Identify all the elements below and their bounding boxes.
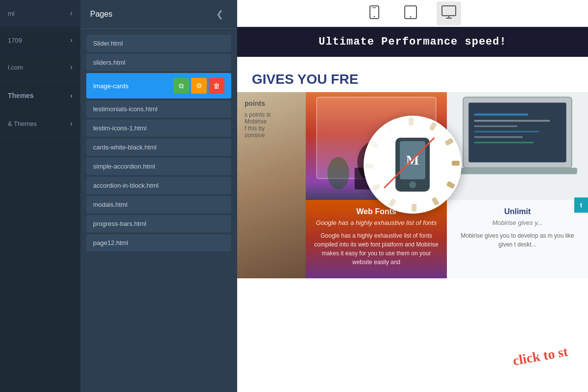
tablet-icon	[404, 5, 417, 19]
sidebar-item-1[interactable]: ml ›	[0, 0, 80, 27]
page-name: modals.html	[93, 201, 127, 208]
svg-rect-30	[412, 204, 416, 212]
card-col-left: points s points is Mobirise f this by oo…	[237, 92, 306, 278]
pages-close-button[interactable]: ❮	[212, 7, 227, 22]
svg-rect-17	[474, 114, 528, 116]
svg-rect-23	[458, 168, 577, 174]
sidebar: ml › 1709 › l.com › Themes › & Themes ›	[0, 0, 80, 392]
phone-home-button	[409, 181, 416, 188]
svg-point-12	[327, 157, 349, 189]
overlay-line-4: oonsive	[245, 132, 298, 139]
page-name: sliders.html	[93, 59, 125, 66]
page-item-image-cards[interactable]: Image-cards ⧉ ⚙ 🗑	[86, 73, 231, 98]
desktop-device-button[interactable]	[437, 1, 461, 25]
overlay-line-3: f this by	[245, 125, 298, 132]
svg-rect-18	[474, 120, 550, 122]
card-right-image	[447, 92, 588, 200]
page-item-sliders[interactable]: sliders.html	[86, 54, 231, 71]
chevron-right-icon-5: ›	[70, 119, 73, 128]
svg-point-4	[410, 16, 412, 18]
page-item-testim-icons-1[interactable]: testim-icons-1.html	[86, 120, 231, 137]
gives-title: GIVES YOU FRE	[252, 72, 358, 87]
sidebar-item-3-label: l.com	[8, 64, 23, 71]
sidebar-item-4-label: & Themes	[8, 120, 37, 127]
page-item-modals[interactable]: modals.html	[86, 196, 231, 213]
svg-rect-32	[371, 183, 381, 192]
mobile-device-button[interactable]	[364, 1, 385, 25]
sidebar-themes-section[interactable]: Themes ›	[0, 81, 80, 110]
main-preview: Ultimate Performance speed! GIVES YOU FR…	[237, 0, 588, 392]
tablet-device-button[interactable]	[399, 1, 422, 25]
svg-rect-33	[366, 164, 373, 169]
svg-rect-34	[370, 140, 379, 148]
middle-card-subtitle: Google has a highly exhaustive list of f…	[313, 219, 440, 226]
banner-text: Ultimate Performance speed!	[318, 36, 506, 48]
sidebar-item-1-label: ml	[8, 10, 15, 17]
preview-content: Ultimate Performance speed! GIVES YOU FR…	[237, 27, 588, 392]
pages-header: Pages ❮	[80, 0, 237, 29]
page-item-slider[interactable]: Slider.html	[86, 35, 231, 52]
copy-page-button[interactable]: ⧉	[173, 78, 189, 94]
page-item-progress-bars[interactable]: progress-bars.html	[86, 215, 231, 232]
pages-list: Slider.html sliders.html Image-cards ⧉ ⚙…	[80, 29, 237, 392]
delete-page-button[interactable]: 🗑	[209, 78, 224, 94]
svg-rect-19	[474, 125, 517, 127]
svg-rect-25	[429, 122, 437, 131]
preview-toolbar	[237, 0, 588, 27]
active-page-name: Image-cards	[93, 82, 170, 90]
page-name: testimonials-icons.html	[93, 105, 158, 113]
right-card-subtitle: Mobirise gives y...	[454, 219, 581, 226]
chevron-right-icon: ›	[70, 9, 73, 18]
svg-rect-29	[431, 196, 440, 206]
card-right-body: Unlimit Mobirise gives y... Mobirise giv…	[447, 200, 588, 278]
copy-icon: ⧉	[179, 82, 184, 90]
chevron-right-icon-2: ›	[70, 36, 73, 45]
page-item-page12[interactable]: page12.html	[86, 234, 231, 251]
teal-button-partial[interactable]: t	[574, 197, 588, 213]
svg-rect-35	[386, 123, 394, 133]
page-item-simple-accordion[interactable]: simple-accordion.html	[86, 158, 231, 175]
page-name: page12.html	[93, 239, 128, 246]
left-text-overlay: points s points is Mobirise f this by oo…	[237, 92, 306, 146]
page-item-testimonials-icons[interactable]: testimonials-icons.html	[86, 100, 231, 118]
svg-rect-26	[444, 138, 454, 146]
close-icon: ❮	[216, 9, 223, 19]
sidebar-item-2-label: 1709	[8, 37, 22, 44]
svg-rect-27	[452, 161, 460, 166]
gives-section: GIVES YOU FRE	[237, 57, 588, 92]
floating-circle: M	[364, 116, 462, 214]
sidebar-item-2[interactable]: 1709 ›	[0, 27, 80, 54]
chevron-right-icon-3: ›	[70, 63, 73, 72]
svg-rect-22	[474, 142, 534, 143]
page-name: accordion-in-block.html	[93, 182, 159, 189]
page-item-cards-white-black[interactable]: cards-white-black.html	[86, 139, 231, 156]
svg-rect-2	[372, 7, 376, 8]
chevron-right-icon-4: ›	[70, 92, 73, 99]
preview-body: GIVES YOU FRE points s points is Mobiris…	[237, 57, 588, 392]
page-settings-button[interactable]: ⚙	[191, 78, 207, 94]
sidebar-item-4[interactable]: & Themes ›	[0, 110, 80, 137]
click-annotation: click to st	[512, 343, 569, 368]
svg-rect-24	[409, 118, 414, 125]
desktop-icon	[441, 5, 456, 19]
page-name: testim-icons-1.html	[93, 124, 147, 132]
svg-point-1	[374, 16, 375, 17]
middle-card-body: Google has a highly exhaustive list of f…	[313, 231, 440, 267]
svg-rect-5	[442, 6, 456, 16]
svg-rect-28	[446, 181, 455, 189]
page-name: cards-white-black.html	[93, 144, 156, 151]
points-text: points	[245, 99, 298, 107]
pages-panel: Pages ❮ Slider.html sliders.html Image-c…	[80, 0, 237, 392]
right-card-image-svg	[447, 92, 588, 200]
overlay-line-1: s points is	[245, 111, 298, 118]
svg-rect-31	[388, 198, 396, 207]
banner: Ultimate Performance speed!	[237, 27, 588, 57]
card-col-right: Unlimit Mobirise gives y... Mobirise giv…	[447, 92, 588, 278]
svg-rect-20	[474, 131, 539, 132]
right-card-body: Mobirise gives you to develop as m you l…	[454, 231, 581, 249]
trash-icon: 🗑	[213, 82, 220, 90]
sidebar-item-3[interactable]: l.com ›	[0, 54, 80, 81]
page-name: simple-accordion.html	[93, 163, 155, 170]
gear-icon: ⚙	[196, 82, 202, 90]
page-item-accordion-in-block[interactable]: accordion-in-block.html	[86, 177, 231, 194]
